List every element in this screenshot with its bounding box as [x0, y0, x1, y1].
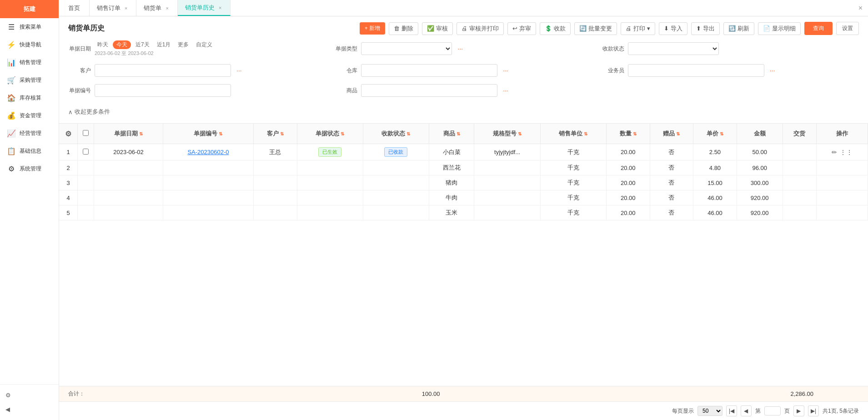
th-price[interactable]: 单价 ⇅ [693, 124, 737, 144]
customer-input[interactable] [95, 64, 231, 77]
th-doc-date[interactable]: 单据日期 ⇅ [94, 124, 163, 144]
cell-check[interactable] [78, 175, 94, 190]
doc-type-ellipsis[interactable]: ··· [456, 44, 465, 53]
sidebar-item-quick-nav[interactable]: ⚡ 快捷导航 [0, 36, 59, 54]
first-page-btn[interactable]: |◀ [726, 405, 737, 416]
prev-page-btn[interactable]: ◀ [741, 405, 752, 416]
date-pill-yesterday[interactable]: 昨天 [95, 40, 111, 49]
sidebar-item-purchase-mgmt[interactable]: 🛒 采购管理 [0, 71, 59, 89]
tab-sales-goods[interactable]: 销货单 × [136, 0, 177, 16]
close-all-tabs-btn[interactable]: × [853, 4, 868, 12]
th-gift[interactable]: 赠品 ⇅ [650, 124, 693, 144]
show-detail-btn[interactable]: 📄 显示明细 [758, 22, 801, 35]
page-input[interactable]: 1 [764, 406, 781, 415]
sort-price-icon: ⇅ [720, 131, 723, 136]
collapse-filter-btn[interactable]: ∧ 收起更多条件 [68, 106, 110, 118]
cell-amount: 50.00 [737, 144, 783, 160]
pay-status-select[interactable] [628, 42, 719, 55]
date-pill-today[interactable]: 今天 [113, 40, 131, 49]
cell-goods: 猪肉 [429, 175, 474, 190]
date-pill-more[interactable]: 更多 [175, 40, 191, 49]
salesperson-ellipsis[interactable]: ··· [768, 66, 777, 75]
more-action-icon[interactable]: ⋮⋮ [840, 149, 853, 156]
th-doc-no[interactable]: 单据编号 ⇅ [163, 124, 253, 144]
doc-no-link[interactable]: SA-20230602-0 [187, 149, 229, 155]
export-btn[interactable]: ⬆ 导出 [691, 22, 720, 35]
select-all-checkbox[interactable] [83, 130, 89, 136]
tab-close-sales-goods[interactable]: × [164, 5, 170, 11]
sidebar-item-basic-info[interactable]: 📋 基础信息 [0, 142, 59, 160]
edit-action-icon[interactable]: ✏ [832, 149, 837, 156]
per-page-select[interactable]: 50 100 [697, 406, 722, 416]
batch-change-btn[interactable]: 🔄 批量变更 [574, 22, 617, 35]
customer-ellipsis[interactable]: ··· [235, 66, 244, 75]
sidebar-item-sys-mgmt[interactable]: ⚙ 系统管理 [0, 160, 59, 178]
cell-goods: 玉米 [429, 205, 474, 220]
warehouse-ellipsis[interactable]: ··· [501, 66, 510, 75]
table-body: 12023-06-02SA-20230602-0王总已生效已收款小白菜tyjyj… [59, 144, 868, 220]
goods-input[interactable] [361, 84, 497, 97]
row-checkbox[interactable] [83, 149, 89, 155]
sidebar-item-sales-mgmt[interactable]: 📊 销售管理 [0, 54, 59, 71]
cell-doc-status [297, 205, 363, 220]
table-footer: 合计： 100.00 2,286.00 [59, 386, 868, 401]
warehouse-input[interactable] [361, 64, 497, 77]
docno-input[interactable] [95, 84, 231, 97]
inventory-icon: 🏠 [7, 94, 16, 102]
sidebar-item-ops-mgmt[interactable]: 📈 经营管理 [0, 125, 59, 142]
sidebar-item-inventory[interactable]: 🏠 库存核算 [0, 89, 59, 107]
delete-btn[interactable]: 🗑 删除 [389, 22, 418, 35]
date-pill-custom[interactable]: 自定义 [193, 40, 215, 49]
sidebar: 拓建 ☰ 搜索菜单 ⚡ 快捷导航 📊 销售管理 🛒 采购管理 🏠 库存核算 💰 … [0, 0, 59, 420]
sidebar-item-finance-mgmt[interactable]: 💰 资金管理 [0, 107, 59, 125]
cell-check[interactable] [78, 160, 94, 175]
next-page-btn[interactable]: ▶ [793, 405, 804, 416]
audit-btn[interactable]: ✅ 审核 [422, 22, 453, 35]
th-qty[interactable]: 数量 ⇅ [607, 124, 650, 144]
sort-doc-no-icon: ⇅ [219, 131, 222, 136]
collect-btn[interactable]: 💲 收款 [540, 22, 571, 35]
th-unit[interactable]: 销售单位 ⇅ [540, 124, 606, 144]
tab-home[interactable]: 首页 [59, 0, 90, 16]
new-btn[interactable]: + 新增 [360, 22, 385, 35]
goods-ellipsis[interactable]: ··· [501, 86, 510, 95]
th-spec[interactable]: 规格型号 ⇅ [474, 124, 540, 144]
th-checkbox[interactable] [78, 124, 94, 144]
sidebar-settings-btn[interactable]: ⚙ [0, 388, 59, 402]
tab-close-sales-order[interactable]: × [123, 5, 129, 11]
tab-sales-history[interactable]: 销货单历史 × [178, 0, 231, 16]
th-settings[interactable]: ⚙ [59, 124, 78, 144]
setting-btn[interactable]: 设置 [836, 22, 859, 35]
last-page-btn[interactable]: ▶| [808, 405, 819, 416]
th-customer[interactable]: 客户 ⇅ [253, 124, 297, 144]
quick-nav-icon: ⚡ [7, 40, 16, 49]
goods-filter-label: 商品 [335, 87, 357, 95]
import-btn[interactable]: ⬇ 导入 [659, 22, 687, 35]
th-goods[interactable]: 商品 ⇅ [429, 124, 474, 144]
sidebar-item-search-menu[interactable]: ☰ 搜索菜单 [0, 18, 59, 36]
th-pay-status[interactable]: 收款状态 ⇅ [363, 124, 429, 144]
table-container: ⚙ 单据日期 ⇅ 单据编号 [59, 124, 868, 386]
th-doc-status[interactable]: 单据状态 ⇅ [297, 124, 363, 144]
salesperson-input[interactable] [628, 64, 764, 77]
audit-print-btn[interactable]: 🖨 审核并打印 [457, 22, 504, 35]
audit-print-icon: 🖨 [462, 25, 467, 32]
abandon-btn[interactable]: ↩ 弃审 [507, 22, 536, 35]
cell-doc-no[interactable]: SA-20230602-0 [163, 144, 253, 160]
tab-sales-order[interactable]: 销售订单 × [90, 0, 136, 16]
date-pill-7days[interactable]: 近7天 [133, 40, 152, 49]
tab-close-sales-history[interactable]: × [217, 5, 223, 11]
print-btn[interactable]: 🖨 打印 ▾ [621, 22, 655, 35]
doc-type-select[interactable] [361, 42, 452, 55]
cell-check[interactable] [78, 205, 94, 220]
basic-info-icon: 📋 [7, 147, 16, 155]
table-settings-gear-icon[interactable]: ⚙ [62, 127, 75, 140]
cell-check[interactable] [78, 190, 94, 205]
sidebar-collapse-btn[interactable]: ◀ [0, 402, 59, 416]
date-pill-1month[interactable]: 近1月 [154, 40, 174, 49]
filter-group-salesperson: 业务员 ··· [602, 64, 859, 77]
cell-check[interactable] [78, 144, 94, 160]
query-btn[interactable]: 查询 [804, 22, 833, 35]
sales-mgmt-icon: 📊 [7, 58, 16, 67]
refresh-btn[interactable]: 🔃 刷新 [723, 22, 754, 35]
